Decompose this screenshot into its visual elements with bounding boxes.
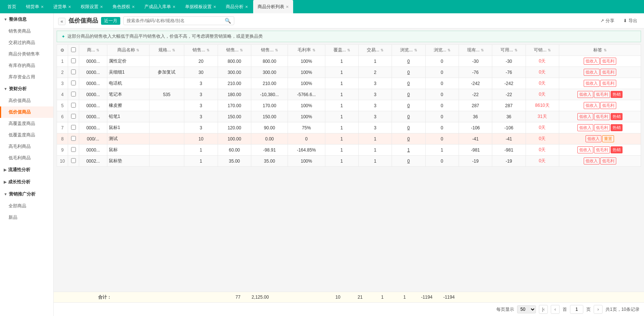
sidebar-collapse-button[interactable]: « bbox=[58, 18, 66, 25]
next-page-button[interactable]: › bbox=[594, 305, 603, 314]
sidebar-item-sales-goods[interactable]: 销售类商品 bbox=[0, 26, 53, 37]
filter-tag-month[interactable]: 近一月 bbox=[101, 17, 120, 25]
prev-page-button[interactable]: ‹ bbox=[551, 305, 560, 314]
search-input[interactable] bbox=[127, 18, 223, 23]
browse1-cell[interactable]: 0 bbox=[392, 78, 425, 89]
stock1-cell: -76 bbox=[459, 67, 492, 78]
col-tags: 标签 ⇅ bbox=[559, 45, 641, 56]
sales3-cell: 170.00 bbox=[251, 100, 288, 111]
nav-close-icon[interactable]: ✕ bbox=[68, 5, 71, 9]
row-checkbox[interactable] bbox=[71, 125, 76, 130]
browse1-cell[interactable]: 0 bbox=[392, 133, 425, 145]
name-cell: 鼠标垫 bbox=[107, 156, 149, 167]
nav-close-icon[interactable]: ✕ bbox=[100, 5, 103, 9]
stock1-cell: -242 bbox=[459, 78, 492, 89]
checkbox-cell[interactable] bbox=[68, 145, 79, 156]
export-button[interactable]: ⬇ 导出 bbox=[621, 17, 640, 25]
sidebar-item-traded-goods[interactable]: 交易过的商品 bbox=[0, 37, 53, 48]
browse2-cell: 0 bbox=[425, 56, 459, 67]
checkbox-cell[interactable] bbox=[68, 100, 79, 111]
export-icon: ⬇ bbox=[623, 18, 627, 23]
sidebar-item-all-goods[interactable]: 全部商品 bbox=[0, 200, 53, 212]
nav-product-analysis[interactable]: 商品分析 ✕ bbox=[221, 0, 252, 13]
spec-cell bbox=[149, 133, 184, 145]
row-checkbox[interactable] bbox=[71, 147, 76, 152]
row-checkbox[interactable] bbox=[71, 69, 76, 74]
sales3-cell: 0.00 bbox=[251, 133, 288, 145]
nav-template[interactable]: 单据模板设置 ✕ bbox=[181, 0, 221, 13]
sidebar-item-new-goods[interactable]: 新品 bbox=[0, 212, 53, 223]
row-checkbox[interactable] bbox=[71, 103, 76, 108]
row-checkbox[interactable] bbox=[71, 81, 76, 85]
nav-product-in[interactable]: 产成品入库单 ✕ bbox=[140, 0, 180, 13]
nav-close-icon[interactable]: ✕ bbox=[286, 5, 289, 9]
nav-permission[interactable]: 权限设置 ✕ bbox=[76, 0, 107, 13]
sidebar-group-overall[interactable]: ▼ 整体信息 bbox=[0, 13, 53, 26]
nav-close-icon[interactable]: ✕ bbox=[245, 5, 248, 9]
spec-cell: 参加复试 bbox=[149, 67, 184, 78]
code-cell: 0000... bbox=[79, 111, 107, 122]
page-number-input[interactable] bbox=[570, 305, 583, 314]
row-checkbox[interactable] bbox=[71, 92, 76, 96]
checkbox-cell[interactable] bbox=[68, 67, 79, 78]
sales3-cell: -10,380... bbox=[251, 89, 288, 100]
checkbox-cell[interactable] bbox=[68, 78, 79, 89]
row-checkbox[interactable] bbox=[71, 58, 76, 63]
browse1-cell[interactable]: 0 bbox=[392, 156, 425, 167]
sidebar-item-low-coverage[interactable]: 低覆盖度商品 bbox=[0, 129, 53, 141]
nav-product-analysis-list[interactable]: 商品分析列表 ✕ bbox=[253, 0, 293, 13]
first-page-button[interactable]: |‹ bbox=[539, 305, 548, 314]
browse1-cell[interactable]: 0 bbox=[392, 67, 425, 78]
nav-close-icon[interactable]: ✕ bbox=[41, 5, 44, 9]
browse1-cell[interactable]: 1 bbox=[392, 145, 425, 156]
search-icon[interactable]: 🔍 bbox=[225, 18, 231, 24]
checkbox-cell[interactable] bbox=[68, 89, 79, 100]
stock1-cell: -41 bbox=[459, 133, 492, 145]
code-cell: 0000... bbox=[79, 89, 107, 100]
select-all-checkbox[interactable] bbox=[71, 47, 76, 52]
browse1-cell[interactable]: 0 bbox=[392, 89, 425, 100]
sidebar-item-stock-capital[interactable]: 库存资金占用 bbox=[0, 71, 53, 83]
sidebar-item-low-value[interactable]: 低价值商品 bbox=[0, 106, 53, 118]
browse1-cell[interactable]: 0 bbox=[392, 111, 425, 122]
sidebar-group-asset[interactable]: ▼ 资财分析 bbox=[0, 83, 53, 95]
sidebar-item-high-value[interactable]: 高价值商品 bbox=[0, 95, 53, 106]
checkbox-cell[interactable] bbox=[68, 133, 79, 145]
sidebar-item-stock-goods[interactable]: 有库存的商品 bbox=[0, 60, 53, 71]
row-checkbox[interactable] bbox=[71, 136, 76, 141]
sidebar-group-marketing[interactable]: ▼ 营销推广分析 bbox=[0, 188, 53, 200]
code-cell: 0000... bbox=[79, 145, 107, 156]
nav-purchase[interactable]: 进货单 ✕ bbox=[49, 0, 76, 13]
sidebar-group-growth[interactable]: ▶ 成长性分析 bbox=[0, 176, 53, 188]
nav-role[interactable]: 角色授权 ✕ bbox=[108, 0, 139, 13]
spec-cell bbox=[149, 78, 184, 89]
row-checkbox[interactable] bbox=[71, 158, 76, 163]
nav-close-icon[interactable]: ✕ bbox=[172, 5, 175, 9]
sidebar-item-high-coverage[interactable]: 高覆盖度商品 bbox=[0, 118, 53, 129]
nav-home[interactable]: 首页 bbox=[3, 0, 21, 13]
settings-icon[interactable]: ⚙ bbox=[60, 48, 64, 53]
browse1-cell[interactable]: 0 bbox=[392, 100, 425, 111]
sidebar-item-category-sales[interactable]: 商品分类销售率 bbox=[0, 48, 53, 60]
browse1-cell[interactable]: 0 bbox=[392, 122, 425, 133]
trade-cell: 2 bbox=[358, 67, 392, 78]
nav-close-icon[interactable]: ✕ bbox=[213, 5, 216, 9]
share-button[interactable]: ↗ 分享 bbox=[598, 17, 617, 25]
checkbox-cell[interactable] bbox=[68, 122, 79, 133]
top-nav: 首页 销货单 ✕ 进货单 ✕ 权限设置 ✕ 角色授权 ✕ 产成品入库单 ✕ 单据… bbox=[0, 0, 644, 13]
col-settings[interactable]: ⚙ bbox=[57, 45, 68, 56]
row-checkbox[interactable] bbox=[71, 114, 76, 119]
sidebar-item-low-margin[interactable]: 低毛利商品 bbox=[0, 152, 53, 164]
checkbox-cell[interactable] bbox=[68, 111, 79, 122]
nav-close-icon[interactable]: ✕ bbox=[132, 5, 135, 9]
page-size-select[interactable]: 50 100 bbox=[517, 305, 536, 313]
col-checkbox-header[interactable] bbox=[68, 45, 79, 56]
name-cell: 电话机 bbox=[107, 78, 149, 89]
browse1-cell[interactable]: 0 bbox=[392, 56, 425, 67]
table-row: 70000...鼠标13120.0090.0075%1300-106-1060天… bbox=[57, 122, 641, 133]
sidebar-item-high-margin[interactable]: 高毛利商品 bbox=[0, 141, 53, 152]
sidebar-group-liquidity[interactable]: ▶ 流通性分析 bbox=[0, 164, 53, 176]
nav-sales[interactable]: 销货单 ✕ bbox=[21, 0, 48, 13]
checkbox-cell[interactable] bbox=[68, 156, 79, 167]
checkbox-cell[interactable] bbox=[68, 56, 79, 67]
